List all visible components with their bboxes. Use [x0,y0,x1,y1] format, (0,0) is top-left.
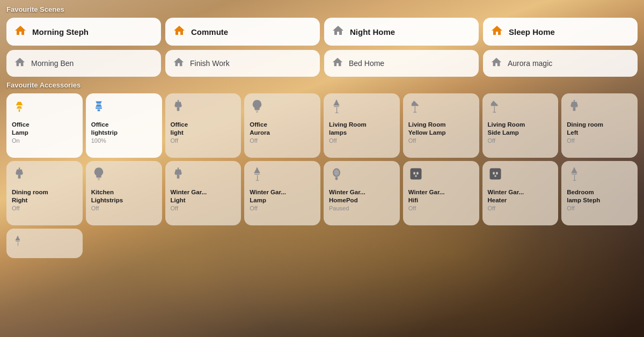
living-room-side-status: Off [488,137,553,144]
scenes-row-1: Morning Steph Commute Night Home [6,18,638,46]
accessory-winter-gar-lamp[interactable]: Winter Gar...Lamp Off [244,161,320,225]
scene-sleep-home[interactable]: Sleep Home [483,18,638,46]
home-icon-morning-steph [14,24,27,39]
desk-lamp-icon [12,99,77,118]
office-lightstrip-name: Officelightstrip [91,121,157,137]
accessories-row-1: OfficeLamp On Officelightstrip 100% [6,93,638,158]
home-icon-finish-work [173,56,185,70]
svg-rect-9 [18,175,21,179]
svg-rect-20 [489,169,501,180]
svg-rect-15 [335,177,338,180]
accessory-living-room-lamps[interactable]: Living Roomlamps Off [324,93,400,158]
svg-rect-8 [16,174,23,175]
floor-lamp-icon-3 [567,166,632,185]
accessory-winter-gar-homepod[interactable]: Winter Gar...HomePod Paused [324,161,400,225]
scene-aurora-magic-label: Aurora magic [508,59,552,68]
living-room-yellow-status: Off [408,137,474,144]
winter-gar-light-status: Off [171,205,236,211]
scene-morning-steph[interactable]: Morning Steph [6,18,161,46]
home-icon-night-home [332,24,345,39]
living-room-side-name: Living RoomSide Lamp [488,121,553,137]
winter-gar-light-name: Winter Gar...Light [171,188,236,204]
scene-night-home-label: Night Home [350,27,395,36]
svg-rect-4 [574,100,575,102]
svg-rect-16 [410,169,421,180]
accessory-winter-gar-hifi[interactable]: Winter Gar...Hifi Off [403,161,479,225]
accessory-winter-gar-light[interactable]: Winter Gar...Light Off [165,161,241,225]
office-aurora-status: Off [250,137,315,144]
bedroom-lamp-steph-name: Bedroomlamp Steph [567,188,632,204]
bulb-icon-1 [250,99,315,118]
svg-rect-17 [413,172,415,175]
svg-point-0 [18,102,21,105]
ceiling-lamp-icon-3 [12,166,77,185]
accessory-office-lamp[interactable]: OfficeLamp On [6,93,83,158]
home-icon-aurora-magic [491,56,502,70]
accessory-office-lightstrip[interactable]: Officelightstrip 100% [86,93,162,158]
scene-morning-ben-label: Morning Ben [31,59,74,68]
office-lamp-name: OfficeLamp [12,121,77,137]
winter-gar-lamp-status: Off [250,205,315,211]
svg-point-19 [415,175,417,177]
living-room-yellow-name: Living RoomYellow Lamp [408,121,474,137]
scene-commute[interactable]: Commute [165,18,320,46]
floor-lamp-icon-2 [250,166,315,185]
scene-finish-work-label: Finish Work [190,59,230,68]
home-icon-sleep-home [491,24,503,39]
scene-bed-home-label: Bed Home [349,59,384,68]
floor-lamp-icon-4 [12,234,77,251]
scene-finish-work[interactable]: Finish Work [165,50,320,77]
scenes-row-2: Morning Ben Finish Work Bed Home [6,50,638,77]
bulb-icon-2 [91,166,157,185]
accessory-bedroom-lamp-steph[interactable]: Bedroomlamp Steph Off [561,161,638,225]
svg-rect-5 [571,106,577,107]
living-room-lamps-name: Living Roomlamps [329,121,394,137]
accessory-partial-1[interactable] [6,229,83,258]
scene-commute-label: Commute [191,27,228,36]
svg-rect-18 [416,172,419,175]
scene-bed-home[interactable]: Bed Home [324,50,479,77]
svg-rect-2 [175,106,181,107]
winter-gar-homepod-name: Winter Gar...HomePod [329,188,394,204]
accessories-row-2: Dining roomRight Off KitchenLightstrips … [6,161,638,225]
svg-rect-10 [177,167,178,170]
favourite-accessories-label: Favourite Accessories [6,81,638,89]
dining-room-right-name: Dining roomRight [12,188,77,204]
svg-point-23 [494,175,496,177]
accessory-office-light[interactable]: Officelight Off [165,93,241,158]
scene-morning-ben[interactable]: Morning Ben [6,50,161,77]
dining-room-right-status: Off [12,205,77,211]
accessory-dining-room-left[interactable]: Dining roomLeft Off [561,93,638,158]
svg-point-14 [334,170,339,176]
accessory-dining-room-right[interactable]: Dining roomRight Off [6,161,83,225]
ceiling-lamp-icon-2 [567,99,632,118]
living-room-lamps-status: Off [329,137,394,144]
scene-morning-steph-label: Morning Steph [32,27,89,36]
dining-room-left-name: Dining roomLeft [567,121,632,137]
ceiling-lamp-icon-1 [171,99,236,118]
accessories-section: Favourite Accessories OfficeLamp On [6,81,638,258]
favourite-scenes-label: Favourite Scenes [6,5,638,13]
scene-aurora-magic[interactable]: Aurora magic [483,50,638,77]
svg-rect-21 [493,172,495,175]
svg-rect-11 [175,174,181,175]
accessory-living-room-yellow[interactable]: Living RoomYellow Lamp Off [403,93,479,158]
desk-lamp-blue-icon [91,99,157,118]
office-lightstrip-status: 100% [91,137,157,144]
outlet-icon-2 [488,166,553,185]
accessory-kitchen-lightstrips[interactable]: KitchenLightstrips Off [86,161,162,225]
svg-rect-22 [496,172,498,175]
ceiling-lamp-icon-4 [171,166,236,185]
kitchen-lightstrips-name: KitchenLightstrips [91,188,157,204]
office-lamp-status: On [12,137,77,144]
home-icon-bed-home [332,56,343,70]
accessory-living-room-side[interactable]: Living RoomSide Lamp Off [482,93,559,158]
accessory-office-aurora[interactable]: OfficeAurora Off [244,93,320,158]
winter-gar-hifi-status: Off [408,205,474,211]
winter-gar-heater-status: Off [488,205,553,211]
floor-lamp-icon-1 [329,99,394,118]
accessory-winter-gar-heater[interactable]: Winter Gar...Heater Off [482,161,559,225]
scene-night-home[interactable]: Night Home [324,18,479,46]
winter-gar-heater-name: Winter Gar...Heater [488,188,553,204]
svg-rect-12 [177,175,179,179]
